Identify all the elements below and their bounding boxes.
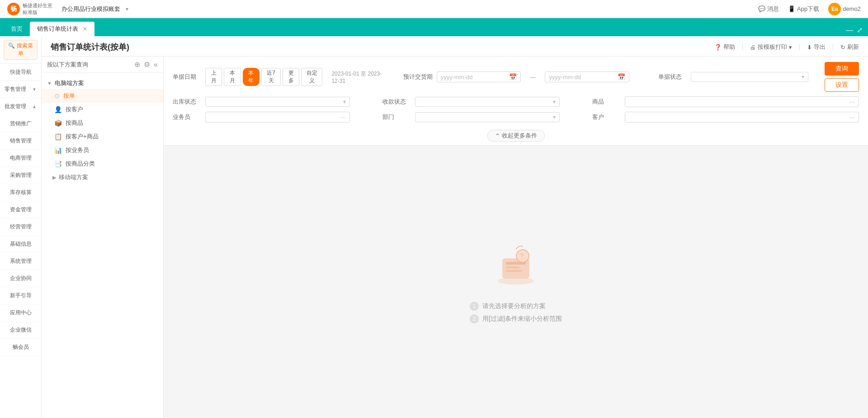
expected-date-from-input[interactable]: 📅 bbox=[437, 71, 521, 82]
message-action[interactable]: 💬 消息 bbox=[758, 5, 779, 13]
scheme-group-desktop-header[interactable]: ▼ 电脑端方案 bbox=[42, 76, 163, 89]
top-bar-right: 💬 消息 📱 App下载 Ea demo2 bbox=[758, 3, 861, 15]
customer-input[interactable]: ··· bbox=[625, 112, 859, 123]
settings-scheme-icon[interactable]: ⚙ bbox=[144, 60, 150, 69]
scheme-item-icon: 📋 bbox=[54, 133, 62, 140]
minimize-icon[interactable]: — bbox=[846, 26, 853, 34]
logo-text: 畅捷通好生意 标准版 bbox=[23, 2, 52, 15]
product-more-icon[interactable]: ··· bbox=[849, 98, 855, 105]
scheme-item-by-product[interactable]: 📦 按商品 bbox=[42, 116, 163, 130]
tab-home[interactable]: 首页 bbox=[4, 22, 30, 36]
refresh-button[interactable]: ↻ 刷新 bbox=[840, 43, 859, 51]
hint-num-1: 1 bbox=[470, 302, 479, 311]
print-button[interactable]: 🖨 按模板打印 ▾ bbox=[750, 43, 792, 51]
date-btn-lastmonth[interactable]: 上月 bbox=[205, 68, 222, 86]
query-button[interactable]: 查询 bbox=[825, 62, 859, 76]
quick-nav-button[interactable]: 快捷导航 bbox=[0, 66, 41, 79]
search-menu-button[interactable]: 🔍 搜索菜单 bbox=[4, 40, 38, 60]
date-btn-custom[interactable]: 自定义 bbox=[301, 68, 322, 86]
tab-bar-right: — ⤢ bbox=[846, 26, 868, 36]
scheme-item-by-order[interactable]: ⊙ 按单 bbox=[42, 89, 163, 103]
status-dropdown-icon: ▾ bbox=[802, 74, 804, 80]
help-button[interactable]: ❓ 帮助 bbox=[714, 43, 735, 51]
department-select[interactable]: ▾ bbox=[415, 112, 560, 122]
export-button[interactable]: ⬇ 导出 bbox=[807, 43, 826, 51]
department-dropdown-icon: ▾ bbox=[553, 114, 556, 120]
sidebar-item-corpwechat[interactable]: 企业微信 bbox=[0, 322, 41, 339]
salesperson-field[interactable] bbox=[209, 114, 337, 121]
expected-date-from-field[interactable] bbox=[441, 74, 508, 81]
date-range-text: 2023-01-01 至 2023-12-31 bbox=[331, 70, 388, 84]
date-btn-7days[interactable]: 近7天 bbox=[261, 68, 281, 86]
divider2 bbox=[799, 44, 800, 50]
download-icon: 📱 bbox=[788, 5, 795, 12]
sidebar-item-ecommerce[interactable]: 电商管理 bbox=[0, 150, 41, 167]
date-label: 单据日期 bbox=[173, 73, 198, 81]
sidebar-item-system[interactable]: 系统管理 bbox=[0, 253, 41, 270]
product-field[interactable] bbox=[629, 99, 846, 105]
scheme-item-by-salesperson[interactable]: 📊 按业务员 bbox=[42, 143, 163, 157]
expected-date-to-field[interactable] bbox=[549, 74, 616, 81]
expected-date-to-input[interactable]: 📅 bbox=[545, 71, 629, 82]
shipment-select[interactable]: ▾ bbox=[205, 97, 350, 107]
status-select[interactable]: ▾ bbox=[691, 72, 808, 82]
sidebar-item-enterprise[interactable]: 企业协同 bbox=[0, 270, 41, 287]
app-download-action[interactable]: 📱 App下载 bbox=[788, 5, 819, 13]
sidebar: 🔍 搜索菜单 快捷导航 零售管理 ▼ 批发管理 ▲ 营销推广 销售管理 bbox=[0, 36, 42, 418]
scheme-item-icon: 📑 bbox=[54, 160, 62, 167]
shipment-label: 出库状态 bbox=[173, 98, 198, 106]
calendar-icon: 📅 bbox=[509, 73, 517, 81]
product-label: 商品 bbox=[592, 98, 618, 106]
salesperson-more-icon[interactable]: ··· bbox=[340, 114, 346, 121]
scheme-item-by-customer[interactable]: 👤 按客户 bbox=[42, 103, 163, 116]
payment-label: 收款状态 bbox=[382, 98, 408, 106]
collapse-button[interactable]: ⌃ 收起更多条件 bbox=[487, 130, 545, 142]
action-buttons: 查询 设置 bbox=[825, 62, 859, 92]
right-panel: 销售订单统计表(按单) ❓ 帮助 🖨 按模板打印 ▾ ⬇ 导出 bbox=[42, 36, 868, 418]
svg-text:?: ? bbox=[520, 252, 524, 260]
expected-date-label: 预计交货期 bbox=[403, 73, 429, 81]
sidebar-item-retail[interactable]: 零售管理 ▼ bbox=[0, 81, 41, 98]
sidebar-item-newbie[interactable]: 新手引导 bbox=[0, 287, 41, 304]
user-avatar-action[interactable]: Ea demo2 bbox=[828, 3, 861, 15]
date-btn-thismonth[interactable]: 本月 bbox=[224, 68, 241, 86]
sidebar-item-operations[interactable]: 经营管理 bbox=[0, 218, 41, 236]
message-icon: 💬 bbox=[758, 5, 765, 12]
refresh-icon: ↻ bbox=[840, 44, 845, 51]
maximize-icon[interactable]: ⤢ bbox=[857, 26, 863, 34]
product-input[interactable]: ··· bbox=[625, 96, 859, 107]
help-icon: ❓ bbox=[714, 44, 722, 51]
customer-more-icon[interactable]: ··· bbox=[849, 114, 855, 121]
salesperson-input[interactable]: ··· bbox=[205, 112, 350, 123]
sidebar-item-marketing[interactable]: 营销推广 bbox=[0, 115, 41, 133]
collapse-scheme-icon[interactable]: « bbox=[154, 61, 158, 69]
group-expand-icon: ▼ bbox=[47, 81, 52, 86]
svg-rect-3 bbox=[506, 266, 519, 268]
scheme-item-by-customer-product[interactable]: 📋 按客户+商品 bbox=[42, 130, 163, 143]
sidebar-item-purchase[interactable]: 采购管理 bbox=[0, 167, 41, 184]
app-dropdown-icon[interactable]: ▾ bbox=[126, 6, 128, 12]
page-title: 销售订单统计表(按单) bbox=[51, 42, 129, 52]
scheme-group-mobile-header[interactable]: ▶ 移动端方案 bbox=[42, 171, 163, 183]
sidebar-item-basic[interactable]: 基础信息 bbox=[0, 236, 41, 253]
customer-field[interactable] bbox=[629, 114, 846, 121]
tab-close-icon[interactable]: ✕ bbox=[83, 26, 87, 32]
sidebar-item-sales[interactable]: 销售管理 bbox=[0, 133, 41, 150]
tab-sales-order-stats[interactable]: 销售订单统计表 ✕ bbox=[30, 22, 94, 36]
sidebar-item-finance[interactable]: 资金管理 bbox=[0, 201, 41, 218]
sidebar-item-appcenter[interactable]: 应用中心 bbox=[0, 304, 41, 322]
sidebar-item-wholesale[interactable]: 批发管理 ▲ bbox=[0, 98, 41, 115]
reset-button[interactable]: 设置 bbox=[825, 78, 859, 92]
scheme-item-by-product-category[interactable]: 📑 按商品分类 bbox=[42, 157, 163, 171]
export-icon: ⬇ bbox=[807, 44, 812, 51]
add-scheme-icon[interactable]: ⊕ bbox=[134, 60, 140, 69]
date-btn-more[interactable]: 更多 bbox=[283, 68, 299, 86]
sidebar-item-member[interactable]: 畅会员 bbox=[0, 339, 41, 356]
payment-select[interactable]: ▾ bbox=[415, 97, 560, 107]
empty-hint-2: 2 用[过滤]条件来缩小分析范围 bbox=[470, 314, 562, 323]
date-btn-thisyear[interactable]: 本年 bbox=[243, 68, 259, 86]
sidebar-item-inventory[interactable]: 库存核算 bbox=[0, 184, 41, 201]
sidebar-items: 零售管理 ▼ 批发管理 ▲ 营销推广 销售管理 电商管理 采购管理 库存核算 bbox=[0, 81, 41, 356]
divider3 bbox=[833, 44, 833, 50]
main-layout: 🔍 搜索菜单 快捷导航 零售管理 ▼ 批发管理 ▲ 营销推广 销售管理 bbox=[0, 36, 868, 418]
